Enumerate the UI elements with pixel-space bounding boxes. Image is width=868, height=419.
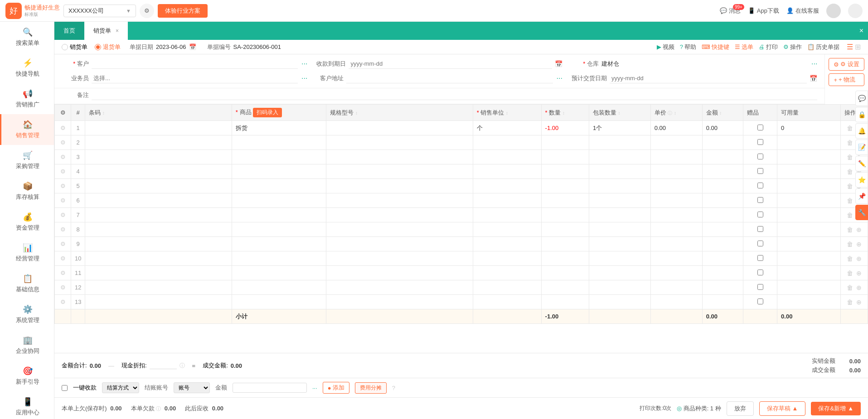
row-barcode[interactable] [85, 164, 232, 179]
float-btn-6[interactable]: ⭐ [855, 172, 868, 188]
row-price[interactable] [650, 251, 702, 266]
row-settings[interactable]: ⚙ [55, 193, 71, 208]
row-qty[interactable] [541, 193, 589, 208]
select-order-btn[interactable]: ☰ 选单 [735, 43, 753, 51]
expected-date-input[interactable] [610, 73, 807, 83]
note-input[interactable] [92, 90, 817, 100]
row-settings[interactable]: ⚙ [55, 150, 71, 164]
row-barcode[interactable] [85, 208, 232, 222]
scan-button[interactable]: 扫码录入 [253, 108, 282, 117]
row-gift[interactable] [743, 193, 777, 208]
radio-sales[interactable]: 销货单 [62, 43, 87, 51]
copy-row-btn[interactable]: ⊕ [856, 241, 862, 248]
row-barcode[interactable] [85, 237, 232, 251]
row-gift[interactable] [743, 266, 777, 280]
due-date-input[interactable] [349, 59, 552, 69]
delete-row-btn[interactable]: 🗑 [847, 284, 853, 291]
sidebar-item-finance[interactable]: 💰 资金管理 [0, 207, 54, 237]
salesperson-ellipsis[interactable]: ··· [301, 74, 307, 82]
delete-row-btn[interactable]: 🗑 [847, 255, 853, 262]
sidebar-item-sales[interactable]: 🏠 销售管理 [0, 114, 54, 145]
row-barcode[interactable] [85, 280, 232, 295]
float-btn-4[interactable]: 📝 [855, 140, 868, 155]
sidebar-item-marketing[interactable]: 📢 营销推广 [0, 83, 54, 114]
save-draft-button[interactable]: 保存草稿 ▲ [759, 401, 806, 416]
row-settings[interactable]: ⚙ [55, 164, 71, 179]
company-selector[interactable]: XXXXXX公司 ▼ [63, 5, 136, 17]
delete-row-btn[interactable]: 🗑 [847, 125, 853, 132]
row-settings[interactable]: ⚙ [55, 237, 71, 251]
row-barcode[interactable] [85, 251, 232, 266]
row-barcode[interactable] [85, 150, 232, 164]
tab-home[interactable]: 首页 [54, 22, 84, 40]
sidebar-item-guide[interactable]: 🎯 新手引导 [0, 361, 54, 391]
expected-date-calendar-icon[interactable]: 📅 [810, 75, 817, 82]
row-spec[interactable] [326, 266, 473, 280]
row-spec[interactable] [326, 251, 473, 266]
row-gift[interactable] [743, 135, 777, 150]
row-gift[interactable] [743, 208, 777, 222]
print-btn[interactable]: 🖨 打印 [759, 43, 778, 51]
avatar[interactable] [826, 4, 841, 18]
row-gift[interactable] [743, 251, 777, 266]
row-settings[interactable]: ⚙ [55, 280, 71, 295]
row-settings[interactable]: ⚙ [55, 179, 71, 193]
expense-btn[interactable]: 费用分摊 [355, 382, 387, 394]
row-gift[interactable] [743, 295, 777, 309]
row-gift[interactable] [743, 179, 777, 193]
copy-row-btn[interactable]: ⊕ [856, 284, 862, 291]
row-barcode[interactable] [85, 266, 232, 280]
delete-row-btn[interactable]: 🗑 [847, 299, 853, 306]
customer-input[interactable] [92, 59, 298, 69]
sidebar-item-system[interactable]: ⚙️ 系统管理 [0, 299, 54, 330]
row-spec[interactable] [326, 193, 473, 208]
row-price[interactable] [650, 135, 702, 150]
row-price[interactable] [650, 150, 702, 164]
row-settings[interactable]: ⚙ [55, 135, 71, 150]
app-download-btn[interactable]: 📱 App下载 [748, 7, 779, 15]
float-btn-8[interactable]: 🔧 [855, 205, 868, 220]
grid-view-icon[interactable]: ⊞ [855, 43, 861, 51]
row-gift[interactable] [743, 237, 777, 251]
row-gift[interactable] [743, 164, 777, 179]
history-btn[interactable]: 📋 历史单据 [807, 43, 839, 51]
row-qty[interactable]: -1.00 [541, 121, 589, 135]
list-view-icon[interactable]: ☰ [847, 43, 853, 51]
warehouse-ellipsis[interactable]: ··· [811, 60, 817, 68]
row-qty[interactable] [541, 266, 589, 280]
sidebar-item-purchase[interactable]: 🛒 采购管理 [0, 145, 54, 176]
row-settings[interactable]: ⚙ [55, 266, 71, 280]
row-qty[interactable] [541, 237, 589, 251]
sidebar-item-quick-nav[interactable]: ⚡ 快捷导航 [0, 53, 54, 83]
one-click-payment-checkbox[interactable] [62, 385, 68, 391]
salesperson-input[interactable] [92, 73, 298, 83]
row-price[interactable] [650, 237, 702, 251]
row-barcode[interactable] [85, 121, 232, 135]
row-barcode[interactable] [85, 295, 232, 309]
row-price[interactable]: 0.00 [650, 121, 702, 135]
copy-row-btn[interactable]: ⊕ [856, 299, 862, 306]
row-price[interactable] [650, 266, 702, 280]
row-price[interactable] [650, 164, 702, 179]
discount-input[interactable] [150, 362, 177, 369]
row-gift[interactable] [743, 121, 777, 135]
row-spec[interactable] [326, 222, 473, 237]
row-qty[interactable] [541, 150, 589, 164]
due-date-calendar-icon[interactable]: 📅 [555, 60, 563, 67]
row-settings[interactable]: ⚙ [55, 121, 71, 135]
row-price[interactable] [650, 193, 702, 208]
row-price[interactable] [650, 208, 702, 222]
delete-row-btn[interactable]: 🗑 [847, 226, 853, 233]
logistics-side-btn[interactable]: + + 物流 [829, 73, 864, 86]
product-type-circle[interactable]: ◎ [677, 405, 682, 412]
float-btn-3[interactable]: 🔔 [855, 123, 868, 139]
float-btn-2[interactable]: 🔒 [855, 107, 868, 122]
sidebar-item-enterprise[interactable]: 🏢 企业协同 [0, 330, 54, 361]
row-barcode[interactable] [85, 222, 232, 237]
message-btn[interactable]: 💬 消息 99+ [720, 7, 741, 15]
online-service-btn[interactable]: 👤 在线客服 [786, 7, 819, 15]
float-btn-7[interactable]: 📌 [855, 188, 868, 204]
copy-row-btn[interactable]: ⊕ [856, 270, 862, 277]
row-qty[interactable] [541, 164, 589, 179]
sidebar-item-basic-info[interactable]: 📋 基础信息 [0, 268, 54, 299]
